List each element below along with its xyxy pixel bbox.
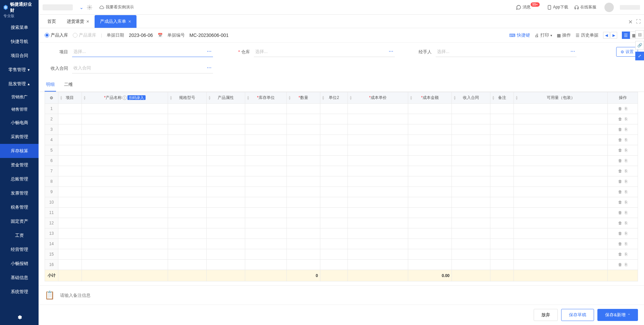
sidebar-item[interactable]: 固定资产 [0, 214, 39, 228]
sidebar-item[interactable]: 快捷导航 [0, 35, 39, 49]
lookup-icon[interactable]: ··· [389, 49, 393, 55]
income-contract-input[interactable]: 收入合同 ··· [72, 63, 213, 73]
table-row[interactable]: 5🗑⎘ [45, 145, 638, 156]
sidebar-item[interactable]: 库存核算 [0, 144, 39, 158]
sidebar-item[interactable]: 销售管理 [0, 103, 39, 116]
org-selector[interactable]: ⌄ [43, 4, 92, 10]
copy-icon[interactable]: ⎘ [625, 200, 627, 205]
lookup-icon[interactable]: ··· [207, 65, 212, 71]
delete-icon[interactable]: 🗑 [618, 252, 622, 257]
copy-icon[interactable]: ⎘ [625, 210, 627, 215]
radio-product-out[interactable]: 产品退库 [73, 32, 96, 38]
prev-doc-button[interactable]: ◀ [603, 32, 610, 39]
remarks-input[interactable] [60, 293, 638, 298]
table-row[interactable]: 11🗑⎘ [45, 208, 638, 218]
col-project[interactable]: ▲▼项目 [58, 92, 82, 104]
sidebar-item[interactable]: 批发管理▲ [0, 77, 39, 91]
hotkey-button[interactable]: ⌨ 快捷键 [509, 32, 530, 38]
copy-icon[interactable]: ⎘ [625, 158, 627, 163]
lookup-icon[interactable]: ··· [571, 49, 575, 55]
gear-icon[interactable] [87, 5, 92, 10]
delete-icon[interactable]: 🗑 [618, 221, 622, 225]
col-unit2[interactable]: ▲▼单位2 [320, 92, 347, 104]
page-tab[interactable]: 进货退货✕ [61, 15, 95, 28]
demo-link[interactable]: 我要看实例演示 [99, 4, 134, 10]
page-tab[interactable]: 首页 [42, 15, 61, 28]
warehouse-input[interactable]: 选择... ··· [254, 47, 395, 57]
rail-btn-expand[interactable]: ⤢ [635, 52, 644, 60]
sidebar-item[interactable]: 总账管理 [0, 172, 39, 186]
sidebar-item[interactable]: 经营管理 [0, 242, 39, 257]
col-settings[interactable]: ⚙ [45, 92, 58, 104]
delete-icon[interactable]: 🗑 [618, 179, 622, 184]
app-download-button[interactable]: App下载 [547, 4, 568, 10]
sidebar-item[interactable]: 采购管理 [0, 130, 39, 144]
sidebar-item[interactable]: 工资 [0, 228, 39, 242]
lookup-icon[interactable]: ··· [207, 49, 212, 55]
rail-btn-1[interactable]: ▤ [635, 30, 644, 39]
copy-icon[interactable]: ⎘ [625, 179, 627, 184]
col-product[interactable]: ▲▼*产品名称i扫码录入 [82, 92, 168, 104]
sidebar-item[interactable]: 资金管理 [0, 158, 39, 172]
sidebar-item[interactable]: 基础信息 [0, 271, 39, 285]
copy-icon[interactable]: ⎘ [625, 106, 627, 111]
table-row[interactable]: 1🗑⎘ [45, 104, 638, 114]
delete-icon[interactable]: 🗑 [618, 106, 622, 111]
copy-icon[interactable]: ⎘ [625, 169, 627, 173]
fullscreen-toggle[interactable]: ⛶ [636, 19, 641, 25]
delete-icon[interactable]: 🗑 [618, 210, 622, 215]
save-new-button[interactable]: 保存&新增 ⌃ [597, 309, 638, 321]
delete-icon[interactable]: 🗑 [618, 138, 622, 142]
delete-icon[interactable]: 🗑 [618, 169, 622, 173]
copy-icon[interactable]: ⎘ [625, 221, 627, 225]
operate-button[interactable]: ▦ 操作 [557, 32, 571, 38]
delete-icon[interactable]: 🗑 [618, 117, 622, 121]
sidebar-item[interactable]: 小畅报销 [0, 257, 39, 271]
table-row[interactable]: 16🗑⎘ [45, 260, 638, 270]
table-row[interactable]: 15🗑⎘ [45, 249, 638, 260]
copy-icon[interactable]: ⎘ [625, 127, 627, 132]
col-qty[interactable]: ▲▼*数量 [286, 92, 320, 104]
copy-icon[interactable]: ⎘ [625, 148, 627, 153]
col-income-contract[interactable]: ▲▼收入合同 [452, 92, 490, 104]
col-amount[interactable]: ▲▼*成本金额 [408, 92, 452, 104]
col-spec[interactable]: ▲▼规格型号 [168, 92, 207, 104]
history-button[interactable]: ☰ 历史单据 [576, 32, 598, 38]
calendar-icon[interactable]: 📅 [158, 33, 163, 38]
copy-icon[interactable]: ⎘ [625, 252, 627, 257]
table-row[interactable]: 14🗑⎘ [45, 239, 638, 249]
delete-icon[interactable]: 🗑 [618, 262, 622, 267]
messages-button[interactable]: 消息 99+ [516, 4, 541, 10]
delete-icon[interactable]: 🗑 [618, 148, 622, 153]
delete-icon[interactable]: 🗑 [618, 189, 622, 194]
table-row[interactable]: 6🗑⎘ [45, 156, 638, 166]
tab-detail[interactable]: 明细 [45, 78, 56, 92]
radio-product-in[interactable]: 产品入库 [45, 32, 68, 38]
page-tab[interactable]: 产成品入库单✕ [95, 15, 137, 28]
table-row[interactable]: 10🗑⎘ [45, 197, 638, 208]
table-row[interactable]: 4🗑⎘ [45, 135, 638, 145]
next-doc-button[interactable]: ▶ [610, 32, 617, 39]
delete-icon[interactable]: 🗑 [618, 241, 622, 246]
online-service-button[interactable]: 在线客服 [574, 4, 596, 10]
copy-icon[interactable]: ⎘ [625, 138, 627, 142]
table-row[interactable]: 12🗑⎘ [45, 218, 638, 228]
close-icon[interactable]: ✕ [128, 19, 131, 24]
doc-date-value[interactable]: 2023-06-06 [129, 33, 153, 38]
scan-badge[interactable]: 扫码录入 [127, 95, 146, 100]
copy-icon[interactable]: ⎘ [625, 231, 627, 236]
save-draft-button[interactable]: 保存草稿 [561, 309, 594, 321]
close-icon[interactable]: ✕ [86, 19, 89, 24]
settings-button[interactable]: ⚙ 设置 [616, 47, 638, 57]
delete-icon[interactable]: 🗑 [618, 231, 622, 236]
sidebar-item[interactable]: 营销推广 [0, 91, 39, 103]
delete-icon[interactable]: 🗑 [618, 127, 622, 132]
table-row[interactable]: 13🗑⎘ [45, 228, 638, 239]
table-row[interactable]: 8🗑⎘ [45, 176, 638, 187]
print-button[interactable]: 🖨 打印 ▾ [535, 32, 552, 38]
table-row[interactable]: 3🗑⎘ [45, 124, 638, 135]
sidebar-item[interactable]: 项目合同 [0, 49, 39, 63]
tab-two-d[interactable]: 二维 [63, 78, 74, 92]
col-price[interactable]: ▲▼*成本单价 [348, 92, 408, 104]
sidebar-item[interactable]: 税务管理 [0, 200, 39, 214]
